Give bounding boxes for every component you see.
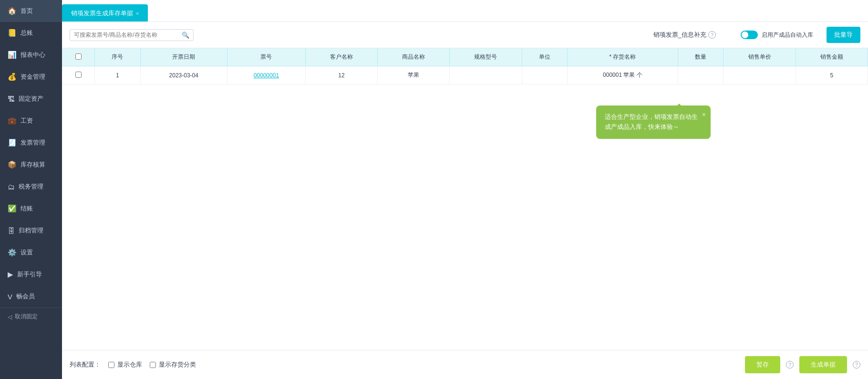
pin-icon: ◁ — [8, 314, 12, 320]
cell-customer-0: 12 — [305, 66, 377, 84]
sidebar-item-settings[interactable]: ⚙️设置 — [0, 242, 62, 263]
auto-storage-toggle[interactable] — [741, 31, 758, 39]
save-button[interactable]: 暂存 — [745, 356, 780, 373]
pin-label: 取消固定 — [15, 313, 38, 321]
col-header-qty: 数量 — [678, 48, 723, 66]
sidebar-label-close: 结账 — [21, 204, 33, 213]
table-row: 12023-03-040000000112苹果000001 苹果 个5 — [62, 66, 868, 84]
data-table: 序号开票日期票号客户名称商品名称规格型号单位* 存货名称数量销售单价销售金额 1… — [62, 48, 868, 84]
col-header-number: 票号 — [227, 48, 305, 66]
sidebar-icon-payroll: 💼 — [8, 116, 17, 125]
toggle-wrap: 启用产成品自动入库 — [741, 31, 813, 39]
col-header-seq: 序号 — [95, 48, 140, 66]
sidebar-label-reports: 报表中心 — [21, 51, 45, 59]
sidebar-label-inventory: 库存核算 — [21, 160, 45, 169]
cell-checkbox-0[interactable] — [62, 66, 95, 84]
sidebar-label-fixed-assets: 固定资产 — [19, 95, 43, 103]
sidebar-item-tax[interactable]: 🗂税务管理 — [0, 176, 62, 198]
sidebar-icon-ledger: 📒 — [8, 29, 17, 37]
sidebar-icon-invoice-mgmt: 🧾 — [8, 138, 17, 147]
cell-seq-0: 1 — [95, 66, 140, 84]
generate-button[interactable]: 生成单据 — [799, 356, 847, 373]
row-checkbox-0[interactable] — [75, 72, 82, 78]
cell-product-0: 苹果 — [378, 66, 450, 84]
col-header-product: 商品名称 — [378, 48, 450, 66]
cell-price-check-0 — [723, 66, 796, 84]
info-help-icon[interactable]: ? — [708, 31, 716, 39]
tab-red-invoice[interactable]: 销项发票生成库存单据 × — [62, 4, 148, 21]
footer-config: 列表配置： 显示仓库 显示存货分类 — [70, 360, 196, 369]
sidebar-icon-home: 🏠 — [8, 7, 17, 15]
sidebar-icon-member: V — [8, 293, 12, 301]
select-all-checkbox[interactable] — [75, 53, 82, 60]
sidebar-label-invoice-mgmt: 发票管理 — [21, 138, 45, 147]
sidebar-item-ledger[interactable]: 📒总账 — [0, 22, 62, 44]
tab-close-red-invoice[interactable]: × — [136, 11, 139, 16]
sidebar-item-guide[interactable]: ▶新手引导 — [0, 263, 62, 285]
cell-spec-0 — [450, 66, 522, 84]
col-header-unit: 单位 — [522, 48, 567, 66]
search-input[interactable] — [74, 32, 179, 38]
sidebar-icon-funds: 💰 — [8, 73, 17, 81]
tab-label-red-invoice: 销项发票生成库存单据 — [71, 9, 133, 18]
col-header-amount: 销售金额 — [796, 48, 868, 66]
table-wrap: 序号开票日期票号客户名称商品名称规格型号单位* 存货名称数量销售单价销售金额 1… — [62, 48, 868, 350]
tab-label-view-voucher: 查看凭证 — [71, 0, 96, 0]
page-content: 🔍 销项发票_信息补充 ? 启用产成品自动入库 批量导 序号开票日期票号客户名称… — [62, 22, 868, 379]
search-icon: 🔍 — [182, 32, 189, 39]
sidebar-icon-reports: 📊 — [8, 51, 17, 59]
sidebar-label-guide: 新手引导 — [17, 270, 42, 279]
col-header-date: 开票日期 — [140, 48, 227, 66]
sidebar-label-member: 畅会员 — [16, 292, 35, 301]
sidebar-item-close[interactable]: ✅结账 — [0, 198, 62, 220]
search-wrap[interactable]: 🔍 — [70, 29, 194, 41]
col-header-checkbox — [62, 48, 95, 66]
sidebar-icon-archive: 🗄 — [8, 227, 15, 235]
tooltip-close[interactable]: × — [702, 109, 706, 120]
cell-number-0[interactable]: 00000001 — [227, 66, 305, 84]
sidebar-item-member[interactable]: V畅会员 — [0, 285, 62, 307]
sidebar-item-home[interactable]: 🏠首页 — [0, 0, 62, 22]
sidebar-icon-guide: ▶ — [8, 270, 13, 279]
config-label: 列表配置： — [70, 360, 101, 369]
save-help-icon[interactable]: ? — [786, 361, 794, 368]
col-header-spec: 规格型号 — [450, 48, 522, 66]
col-header-stock-name: * 存货名称 — [567, 48, 678, 66]
cell-qty-0 — [678, 66, 723, 84]
sidebar-item-archive[interactable]: 🗄归档管理 — [0, 220, 62, 242]
sidebar-item-fixed-assets[interactable]: 🏗固定资产 — [0, 88, 62, 110]
generate-help-icon[interactable]: ? — [853, 361, 860, 368]
sidebar-icon-close: ✅ — [8, 204, 17, 213]
sidebar-label-tax: 税务管理 — [19, 182, 43, 191]
show-warehouse-wrap[interactable]: 显示仓库 — [108, 360, 142, 369]
tab-view-voucher[interactable]: 查看凭证 × — [62, 0, 148, 4]
show-warehouse-label: 显示仓库 — [117, 360, 142, 369]
toggle-label: 启用产成品自动入库 — [762, 31, 813, 39]
tooltip-popup: × 适合生产型企业，销项发票自动生成产成品入库，快来体验～ — [596, 105, 711, 139]
sidebar-item-inventory[interactable]: 📦库存核算 — [0, 154, 62, 176]
batch-button[interactable]: 批量导 — [827, 27, 860, 43]
sidebar-label-home: 首页 — [21, 7, 33, 15]
show-category-checkbox[interactable] — [150, 362, 156, 368]
sidebar-label-funds: 资金管理 — [21, 73, 45, 81]
cell-amount-0: 5 — [796, 66, 868, 84]
sidebar-item-funds[interactable]: 💰资金管理 — [0, 66, 62, 88]
col-header-customer: 客户名称 — [305, 48, 377, 66]
sidebar-item-invoice-mgmt[interactable]: 🧾发票管理 — [0, 132, 62, 154]
sidebar-label-ledger: 总账 — [21, 29, 33, 37]
sidebar-pin[interactable]: ◁ 取消固定 — [0, 307, 62, 326]
sidebar-label-settings: 设置 — [21, 248, 33, 257]
sidebar-item-reports[interactable]: 📊报表中心 — [0, 44, 62, 66]
show-warehouse-checkbox[interactable] — [108, 362, 114, 368]
invoice-link-0[interactable]: 00000001 — [254, 72, 279, 79]
footer-buttons: 暂存 ? 生成单据 ? — [745, 356, 860, 373]
show-category-wrap[interactable]: 显示存货分类 — [150, 360, 196, 369]
sidebar-label-payroll: 工资 — [21, 116, 33, 125]
cell-stock-name-0: 000001 苹果 个 — [567, 66, 678, 84]
tab-bar: 首页发票 ×查看凭证 ×销项发票生成库存单据 × — [62, 0, 868, 22]
sidebar-icon-settings: ⚙️ — [8, 248, 17, 257]
show-category-label: 显示存货分类 — [159, 360, 196, 369]
sidebar-icon-tax: 🗂 — [8, 183, 15, 191]
footer: 列表配置： 显示仓库 显示存货分类 暂存 ? 生成单据 ? — [62, 350, 868, 379]
sidebar-item-payroll[interactable]: 💼工资 — [0, 110, 62, 132]
